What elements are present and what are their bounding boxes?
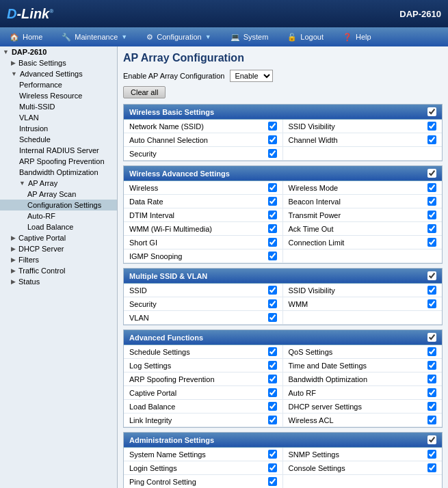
cell-checkbox[interactable] — [427, 197, 436, 206]
section-checkbox[interactable] — [427, 271, 436, 280]
nav-configuration[interactable]: ⚙ Configuration ▼ — [137, 27, 220, 46]
settings-section: Wireless Basic SettingsNetwork Name (SSI… — [123, 104, 443, 161]
cell-checkbox[interactable] — [268, 197, 277, 206]
sidebar-item-multi-ssid[interactable]: Multi-SSID — [0, 101, 117, 112]
nav-help[interactable]: ❓ Help — [333, 27, 381, 46]
section-body: SSIDSSID VisibilitySecurityWMMVLAN — [124, 284, 442, 325]
sidebar-item-arp[interactable]: ARP Spoofing Prevention — [0, 156, 117, 167]
cell-checkbox[interactable] — [427, 183, 436, 192]
cell-checkbox[interactable] — [427, 224, 436, 233]
cell-checkbox[interactable] — [427, 450, 436, 459]
cell-label: Login Settings — [129, 464, 177, 472]
sidebar-item-wireless-resource[interactable]: Wireless Resource — [0, 90, 117, 101]
sidebar-item-dhcp[interactable]: ▶ DHCP Server — [0, 243, 117, 254]
cell-checkbox[interactable] — [427, 463, 436, 472]
grid-cell-right: Connection Limit — [283, 236, 443, 249]
section-checkbox[interactable] — [427, 435, 436, 444]
cell-checkbox[interactable] — [268, 238, 277, 247]
cell-label: SNMP Settings — [289, 450, 339, 459]
grid-cell-right — [283, 249, 443, 263]
sidebar-item-config-settings[interactable]: Configuration Settings — [0, 200, 117, 211]
cell-checkbox[interactable] — [427, 388, 436, 397]
cell-checkbox[interactable] — [427, 238, 436, 247]
nav-system[interactable]: 💻 System — [221, 27, 278, 46]
section-checkbox[interactable] — [427, 169, 436, 178]
enable-select[interactable]: Enable Disable — [230, 70, 273, 82]
section-checkbox[interactable] — [427, 107, 436, 116]
cell-checkbox[interactable] — [427, 361, 436, 370]
grid-cell-right — [283, 311, 443, 325]
section-checkbox[interactable] — [427, 333, 436, 342]
expand-icon: ▼ — [19, 180, 25, 187]
sidebar-item-label: ARP Spoofing Prevention — [19, 157, 105, 165]
grid-cell-left: Login Settings — [124, 461, 283, 475]
cell-label: Beacon Interval — [289, 198, 341, 206]
nav-maintenance[interactable]: 🔧 Maintenance ▼ — [52, 27, 137, 46]
sidebar-item-load-balance[interactable]: Load Balance — [0, 221, 117, 232]
nav-logout[interactable]: 🔓 Logout — [278, 27, 333, 46]
cell-checkbox[interactable] — [268, 361, 277, 370]
cell-checkbox[interactable] — [427, 299, 436, 308]
sidebar-item-ap-array[interactable]: ▼ AP Array — [0, 178, 117, 189]
grid-cell-right: Console Settings — [283, 461, 443, 475]
sidebar-item-ap-array-scan[interactable]: AP Array Scan — [0, 189, 117, 200]
sidebar-item-status[interactable]: ▶ Status — [0, 276, 117, 287]
cell-checkbox[interactable] — [268, 477, 277, 486]
model-label: DAP-2610 — [399, 9, 441, 19]
sidebar-item-intrusion[interactable]: Intrusion — [0, 123, 117, 134]
sidebar-item-traffic[interactable]: ▶ Traffic Control — [0, 265, 117, 276]
cell-checkbox[interactable] — [427, 416, 436, 424]
cell-checkbox[interactable] — [268, 286, 277, 295]
sidebar-item-radius[interactable]: Internal RADIUS Server — [0, 145, 117, 156]
grid-cell-left: VLAN — [124, 311, 283, 325]
sidebar-item-label: Load Balance — [27, 223, 73, 231]
cell-checkbox[interactable] — [268, 450, 277, 459]
sidebar-item-schedule[interactable]: Schedule — [0, 134, 117, 145]
cell-checkbox[interactable] — [268, 149, 277, 158]
cell-label: Channel Width — [289, 136, 338, 144]
sidebar-item-vlan[interactable]: VLAN — [0, 112, 117, 123]
cell-checkbox[interactable] — [427, 122, 436, 131]
cell-checkbox[interactable] — [268, 252, 277, 260]
grid-cell-left: Load Balance — [124, 400, 283, 414]
grid-cell-left: DTIM Interval — [124, 208, 283, 222]
sidebar-item-basic[interactable]: ▶ Basic Settings — [0, 57, 117, 68]
cell-checkbox[interactable] — [268, 122, 277, 131]
cell-checkbox[interactable] — [268, 135, 277, 144]
cell-checkbox[interactable] — [268, 313, 277, 322]
cell-checkbox[interactable] — [268, 347, 277, 356]
nav-home[interactable]: 🏠 Home — [0, 27, 52, 46]
cell-label: ARP Spoofing Prevention — [129, 375, 215, 383]
cell-checkbox[interactable] — [427, 402, 436, 411]
sidebar-item-label: Schedule — [19, 135, 51, 144]
cell-label: QoS Settings — [289, 348, 333, 356]
cell-checkbox[interactable] — [268, 463, 277, 472]
cell-checkbox[interactable] — [427, 375, 436, 383]
sidebar-item-bandwidth[interactable]: Bandwidth Optimization — [0, 167, 117, 178]
cell-checkbox[interactable] — [427, 211, 436, 219]
sidebar-item-advanced[interactable]: ▼ Advanced Settings — [0, 68, 117, 79]
cell-checkbox[interactable] — [427, 135, 436, 144]
cell-checkbox[interactable] — [268, 388, 277, 397]
grid-cell-right: QoS Settings — [283, 345, 443, 359]
cell-checkbox[interactable] — [268, 375, 277, 383]
layout: ▼ DAP-2610 ▶ Basic Settings ▼ Advanced S… — [0, 46, 448, 488]
sidebar-item-dap2610[interactable]: ▼ DAP-2610 — [0, 46, 117, 57]
cell-label: WMM — [289, 300, 308, 308]
cell-checkbox[interactable] — [268, 224, 277, 233]
sidebar-item-captive[interactable]: ▶ Captive Portal — [0, 232, 117, 243]
clear-all-button[interactable]: Clear all — [123, 86, 166, 98]
grid-cell-right: Transmit Power — [283, 208, 443, 222]
cell-checkbox[interactable] — [427, 347, 436, 356]
cell-checkbox[interactable] — [427, 286, 436, 295]
cell-checkbox[interactable] — [268, 402, 277, 411]
cell-label: IGMP Snooping — [129, 252, 182, 260]
sidebar-item-auto-rf[interactable]: Auto-RF — [0, 211, 117, 221]
cell-checkbox[interactable] — [268, 211, 277, 219]
cell-checkbox[interactable] — [268, 299, 277, 308]
section-header: Administration Settings — [124, 433, 442, 448]
cell-checkbox[interactable] — [268, 416, 277, 424]
cell-checkbox[interactable] — [268, 183, 277, 192]
sidebar-item-filters[interactable]: ▶ Filters — [0, 254, 117, 265]
sidebar-item-performance[interactable]: Performance — [0, 79, 117, 90]
